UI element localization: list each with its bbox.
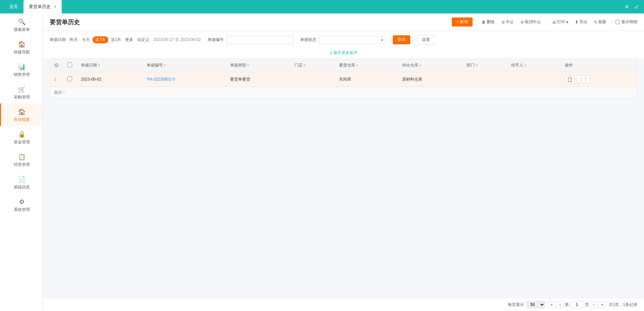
display-detail-toggle[interactable]: 显示明细 bbox=[615, 19, 637, 25]
yesterday-btn[interactable]: 昨天 bbox=[68, 36, 79, 43]
select-all-checkbox[interactable] bbox=[67, 62, 72, 67]
page-prefix-label: 第 bbox=[565, 302, 569, 308]
col-docno-label: 单据编号 bbox=[147, 62, 163, 68]
page-navigation: « ‹ 第 1 页 › » bbox=[548, 301, 606, 308]
page-size-select[interactable]: 50 20 100 200 bbox=[527, 301, 545, 308]
handler-sort-icon: ⇅ bbox=[524, 63, 527, 67]
sidebar-item-inventory[interactable]: 🏠 库存核算 bbox=[0, 103, 43, 126]
basic-info-icon: 📄 bbox=[18, 176, 25, 183]
cancel-stop-button[interactable]: ⊘ 取消中止 bbox=[519, 18, 543, 26]
expand-more-button[interactable]: ∨ 展开更多条件 bbox=[329, 50, 358, 56]
last-page-button[interactable]: » bbox=[598, 301, 606, 308]
new-button[interactable]: + 新增 bbox=[452, 17, 473, 27]
sidebar-item-finance[interactable]: 🔒 资金管理 bbox=[0, 126, 43, 148]
cell-date: 2023-06-02 bbox=[77, 72, 143, 87]
sidebar-item-operation[interactable]: 📋 经营管理 bbox=[0, 148, 43, 171]
tab-requisition-label: 要货单历史 bbox=[29, 4, 51, 10]
column-settings-icon[interactable]: ⚙ bbox=[54, 62, 59, 68]
col-department: 部门 ⇅ bbox=[463, 59, 507, 72]
sidebar-item-basic-info-label: 基础信息 bbox=[14, 184, 30, 190]
row-number: 1 bbox=[54, 77, 56, 82]
stop-icon: ⊘ bbox=[501, 20, 505, 25]
prev-page-button[interactable]: ‹ bbox=[557, 301, 564, 308]
export-label: 导出 bbox=[579, 19, 587, 25]
display-detail-checkbox[interactable] bbox=[615, 20, 620, 24]
docno-label: 单据编号 bbox=[208, 37, 224, 43]
tab-requisition-history[interactable]: 要货单历史 × bbox=[23, 0, 62, 13]
col-pendingwarehouse-label: 待出仓库 bbox=[402, 62, 418, 68]
export-icon: ⬆ bbox=[575, 20, 578, 25]
department-sort-icon: ⇅ bbox=[475, 63, 478, 67]
custom-btn[interactable]: 自定义 bbox=[136, 36, 151, 43]
divider-3 bbox=[612, 19, 612, 25]
header-actions: + 新增 🗑 删除 ⊘ 中止 ⊘ 取消中止 bbox=[452, 17, 637, 27]
query-button[interactable]: 查询 bbox=[393, 35, 410, 44]
docno-sort-icon: ⇅ bbox=[163, 63, 166, 67]
row-docno-link[interactable]: YH-20230602-0 bbox=[147, 77, 175, 82]
row-date: 2023-06-02 bbox=[81, 77, 101, 82]
sidebar-item-inventory-label: 库存核算 bbox=[14, 117, 30, 123]
divider-2 bbox=[546, 19, 547, 25]
next-page-button[interactable]: › bbox=[590, 301, 597, 308]
sidebar-item-quick-nav[interactable]: 🏠 快捷导航 bbox=[0, 36, 43, 58]
display-detail-label: 显示明细 bbox=[621, 19, 637, 25]
cell-reqwarehouse: 车间库 bbox=[335, 72, 398, 87]
table-header-row: ⚙ 单据日期 ⇅ bbox=[50, 59, 637, 72]
row-edit-button[interactable]: 📋 bbox=[565, 76, 575, 83]
delete-button[interactable]: 🗑 删除 bbox=[480, 18, 497, 26]
new-button-label: + 新增 bbox=[457, 19, 468, 25]
col-pendingwarehouse: 待出仓库 ⇅ bbox=[398, 59, 463, 72]
cancel-stop-icon: ⊘ bbox=[521, 20, 524, 25]
window-close-button[interactable]: ✕ bbox=[623, 2, 630, 11]
sidebar-item-sales[interactable]: 📊 销售管理 bbox=[0, 58, 43, 81]
docno-input[interactable] bbox=[226, 36, 293, 44]
print-button[interactable]: 🖨 打印 ▾ bbox=[550, 18, 570, 26]
cell-handler bbox=[507, 72, 561, 87]
row-reqwarehouse: 车间库 bbox=[339, 77, 351, 82]
tab-bar: 首页 要货单历史 × bbox=[4, 0, 62, 13]
page-size-label: 每页显示 bbox=[508, 302, 524, 308]
sidebar-item-purchase[interactable]: 🛒 采购管理 bbox=[0, 81, 43, 103]
sidebar-item-finance-label: 资金管理 bbox=[14, 139, 30, 145]
more-btn[interactable]: 更多 bbox=[124, 36, 135, 43]
window-max-button[interactable]: ⤢ bbox=[633, 2, 640, 11]
stop-button[interactable]: ⊘ 中止 bbox=[499, 18, 516, 26]
sidebar: 🔍 搜索菜单 🏠 快捷导航 📊 销售管理 🛒 采购管理 🏠 库存核算 🔒 bbox=[0, 13, 43, 311]
system-icon: ⚙ bbox=[19, 198, 24, 206]
doctype-sort-icon: ⇅ bbox=[247, 63, 250, 67]
quick-nav-icon: 🏠 bbox=[18, 41, 25, 48]
sidebar-item-search-menu[interactable]: 🔍 搜索菜单 bbox=[0, 13, 43, 36]
last7days-btn[interactable]: 近7天 bbox=[93, 36, 108, 43]
tab-home-label: 首页 bbox=[9, 4, 18, 10]
sidebar-item-system[interactable]: ⚙ 系统管理 bbox=[0, 193, 43, 216]
refresh-button[interactable]: ↻ 刷新 bbox=[592, 18, 608, 26]
filter-row-1: 单据日期 昨天 今天 近7天 近1月 更多 自定义 2023-05-27 至 2… bbox=[50, 35, 637, 48]
delete-label: 删除 bbox=[487, 19, 495, 25]
status-select-wrapper bbox=[319, 36, 386, 44]
last1month-btn[interactable]: 近1月 bbox=[110, 36, 123, 43]
row-checkbox[interactable] bbox=[67, 77, 72, 81]
divider-1 bbox=[476, 19, 476, 25]
sidebar-item-sales-label: 销售管理 bbox=[14, 72, 30, 78]
print-icon: 🖨 bbox=[552, 20, 556, 25]
sidebar-item-quick-nav-label: 快捷导航 bbox=[14, 49, 30, 55]
row-more-button[interactable]: ⋮⋮ bbox=[577, 76, 590, 83]
docno-filter-group: 单据编号 bbox=[208, 36, 293, 44]
table-container: ⚙ 单据日期 ⇅ bbox=[50, 58, 637, 98]
tab-home[interactable]: 首页 bbox=[4, 0, 23, 13]
sidebar-item-search-menu-label: 搜索菜单 bbox=[14, 27, 30, 33]
status-filter-group: 单据状态 bbox=[300, 36, 386, 44]
page-number-input[interactable]: 1 bbox=[570, 301, 584, 308]
tab-close-icon[interactable]: × bbox=[54, 4, 56, 9]
col-reqwarehouse: 要货仓库 ⇅ bbox=[335, 59, 398, 72]
col-store: 门店 ⇅ bbox=[290, 59, 335, 72]
export-button[interactable]: ⬆ 导出 bbox=[573, 18, 589, 26]
store-sort-icon: ⇅ bbox=[303, 63, 306, 67]
sidebar-item-basic-info[interactable]: 📄 基础信息 bbox=[0, 171, 43, 193]
main-content: 要货单历史 + 新增 🗑 删除 ⊘ 中止 ⊘ bbox=[43, 13, 644, 311]
settings-button[interactable]: 设置 bbox=[417, 35, 435, 45]
status-select[interactable] bbox=[319, 36, 386, 44]
expand-more-label: 展开更多条件 bbox=[333, 50, 358, 56]
first-page-button[interactable]: « bbox=[548, 301, 555, 308]
today-btn[interactable]: 今天 bbox=[80, 36, 91, 43]
